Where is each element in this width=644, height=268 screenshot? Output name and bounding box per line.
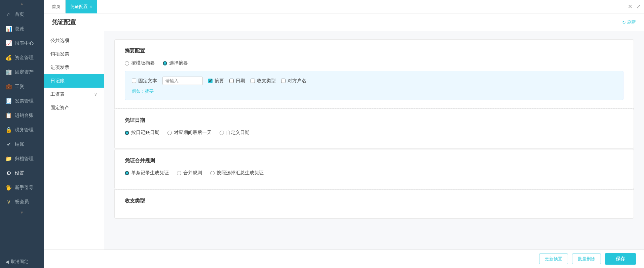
checkbox-counterpart-label[interactable]: 对方户名 <box>281 78 306 84</box>
left-nav-sales-invoice[interactable]: 销项发票 <box>44 47 104 61</box>
sidebar-item-ledger[interactable]: 📊 总账 <box>0 21 44 36</box>
summary-config-box: 固定文本 摘要 日期 收支类型 <box>125 71 623 100</box>
radio-last-day-input[interactable] <box>167 131 172 135</box>
voucher-date-section: 凭证日期 按日记账日期 对应期间最后一天 自定义日期 <box>114 109 634 149</box>
checkbox-counterpart-input[interactable] <box>281 79 286 83</box>
voucher-date-title: 凭证日期 <box>125 117 623 124</box>
radio-custom-date-input[interactable] <box>220 131 224 135</box>
sidebar-item-settings[interactable]: ⚙ 设置 <box>0 166 44 180</box>
radio-single-label[interactable]: 单条记录生成凭证 <box>125 170 169 176</box>
sidebar-item-closing[interactable]: ✔ 结账 <box>0 137 44 151</box>
reports-icon: 📈 <box>5 40 12 46</box>
right-content: 摘要配置 按模版摘要 选择摘要 固定文本 <box>104 31 644 250</box>
sidebar-item-tax[interactable]: 🔒 税务管理 <box>0 123 44 137</box>
vip-icon: V <box>5 199 12 205</box>
summary-radio-row: 按模版摘要 选择摘要 <box>125 60 623 66</box>
page-title: 凭证配置 <box>52 18 76 26</box>
bottom-bar: 更新预置 批量删除 保存 <box>44 250 644 268</box>
left-nav: 公共选项 销项发票 进项发票 日记账 工资表 ∨ 固定资产 <box>44 31 104 250</box>
tab-voucher-config[interactable]: 凭证配置 × <box>66 0 97 13</box>
window-close-icon[interactable]: ✕ <box>628 3 632 10</box>
income-expense-title: 收支类型 <box>125 198 623 204</box>
sidebar-scroll-down[interactable]: ▼ <box>0 209 44 216</box>
tab-home[interactable]: 首页 <box>47 0 66 13</box>
left-nav-fixed-assets[interactable]: 固定资产 <box>44 101 104 115</box>
radio-last-day-label[interactable]: 对应期间最后一天 <box>167 130 212 136</box>
checkbox-date-input[interactable] <box>229 79 234 83</box>
sidebar-item-invoice-mgmt[interactable]: 🧾 发票管理 <box>0 94 44 108</box>
pin-icon: ◀ <box>5 259 9 264</box>
left-nav-journal[interactable]: 日记账 <box>44 74 104 88</box>
left-nav-purchase-invoice[interactable]: 进项发票 <box>44 61 104 74</box>
radio-single-input[interactable] <box>125 171 129 175</box>
radio-merge-label[interactable]: 合并规则 <box>177 170 202 176</box>
radio-select-label[interactable]: 选择摘要 <box>163 60 188 66</box>
chevron-down-icon: ∨ <box>94 92 97 97</box>
page-header: 凭证配置 ↻ 刷新 <box>44 13 644 31</box>
ledger-icon: 📊 <box>5 26 12 32</box>
radio-custom-date-label[interactable]: 自定义日期 <box>220 130 250 136</box>
guide-icon: 🖐 <box>5 184 12 191</box>
merge-rules-section: 凭证合并规则 单条记录生成凭证 合并规则 按照选择汇总生成凭证 <box>114 149 634 189</box>
closing-icon: ✔ <box>5 141 12 147</box>
window-restore-icon[interactable]: ⤢ <box>636 3 641 10</box>
checkbox-income-expense-label[interactable]: 收支类型 <box>251 78 276 84</box>
settings-icon: ⚙ <box>5 170 12 176</box>
checkbox-date-label[interactable]: 日期 <box>229 78 245 84</box>
home-icon: ⌂ <box>5 11 12 17</box>
archive-icon: 📁 <box>5 155 12 162</box>
radio-merge-input[interactable] <box>177 171 181 175</box>
checkbox-fixed-text-input[interactable] <box>132 79 136 83</box>
radio-by-journal-label[interactable]: 按日记账日期 <box>125 130 159 136</box>
main-area: 首页 凭证配置 × ✕ ⤢ 凭证配置 ↻ 刷新 公共选项 销项发票 进 <box>44 0 644 268</box>
radio-template-input[interactable] <box>125 61 129 65</box>
sidebar-item-payroll[interactable]: 💼 工资 <box>0 79 44 94</box>
save-button[interactable]: 保存 <box>605 253 636 265</box>
sidebar-scroll-up[interactable]: ▲ <box>0 0 44 7</box>
sidebar: ▲ ⌂ 首页 📊 总账 📈 报表中心 💰 资金管理 🏢 固定资产 💼 工资 🧾 … <box>0 0 44 268</box>
checkbox-fixed-text-label[interactable]: 固定文本 <box>132 78 157 84</box>
radio-by-journal-input[interactable] <box>125 131 129 135</box>
summary-example: 例如：摘要 <box>132 88 616 94</box>
refresh-icon: ↻ <box>622 20 626 25</box>
left-nav-public[interactable]: 公共选项 <box>44 34 104 47</box>
sidebar-item-vip[interactable]: V 畅会员 <box>0 195 44 209</box>
left-nav-payroll-table[interactable]: 工资表 ∨ <box>44 88 104 101</box>
sidebar-item-home[interactable]: ⌂ 首页 <box>0 7 44 21</box>
radio-by-selection-label[interactable]: 按照选择汇总生成凭证 <box>210 170 264 176</box>
cancel-pin-button[interactable]: ◀ 取消固定 <box>0 255 44 268</box>
sidebar-item-assets[interactable]: 🏢 固定资产 <box>0 65 44 79</box>
tab-bar-actions: ✕ ⤢ <box>628 3 641 10</box>
fixed-text-input[interactable] <box>162 77 203 85</box>
radio-select-input[interactable] <box>163 61 167 65</box>
checkbox-summary-label[interactable]: 摘要 <box>208 78 224 84</box>
purchase-sales-icon: 📋 <box>5 112 12 119</box>
update-preview-button[interactable]: 更新预置 <box>539 254 568 264</box>
sidebar-item-archive[interactable]: 📁 归档管理 <box>0 151 44 166</box>
batch-delete-button[interactable]: 批量删除 <box>572 254 601 264</box>
sidebar-item-purchase-sales[interactable]: 📋 进销台账 <box>0 108 44 123</box>
tab-bar: 首页 凭证配置 × ✕ ⤢ <box>44 0 644 13</box>
radio-template-label[interactable]: 按模版摘要 <box>125 60 155 66</box>
summary-options-row: 固定文本 摘要 日期 收支类型 <box>132 77 616 85</box>
summary-config-section: 摘要配置 按模版摘要 选择摘要 固定文本 <box>114 39 634 108</box>
refresh-button[interactable]: ↻ 刷新 <box>622 19 636 25</box>
payroll-icon: 💼 <box>5 83 12 90</box>
income-expense-section: 收支类型 <box>114 189 634 219</box>
sidebar-item-funds[interactable]: 💰 资金管理 <box>0 50 44 65</box>
merge-rules-radio-row: 单条记录生成凭证 合并规则 按照选择汇总生成凭证 <box>125 170 623 176</box>
funds-icon: 💰 <box>5 54 12 61</box>
assets-icon: 🏢 <box>5 69 12 75</box>
sidebar-item-guide[interactable]: 🖐 新手引导 <box>0 180 44 195</box>
checkbox-income-expense-input[interactable] <box>251 79 255 83</box>
voucher-date-radio-row: 按日记账日期 对应期间最后一天 自定义日期 <box>125 130 623 136</box>
tax-icon: 🔒 <box>5 127 12 133</box>
invoice-mgmt-icon: 🧾 <box>5 98 12 104</box>
tab-close-icon[interactable]: × <box>90 4 92 9</box>
radio-by-selection-input[interactable] <box>210 171 215 175</box>
inner-layout: 公共选项 销项发票 进项发票 日记账 工资表 ∨ 固定资产 摘要配置 <box>44 31 644 250</box>
merge-rules-title: 凭证合并规则 <box>125 158 623 164</box>
checkbox-summary-input[interactable] <box>208 79 213 83</box>
summary-config-title: 摘要配置 <box>125 48 623 54</box>
sidebar-item-reports[interactable]: 📈 报表中心 <box>0 36 44 50</box>
